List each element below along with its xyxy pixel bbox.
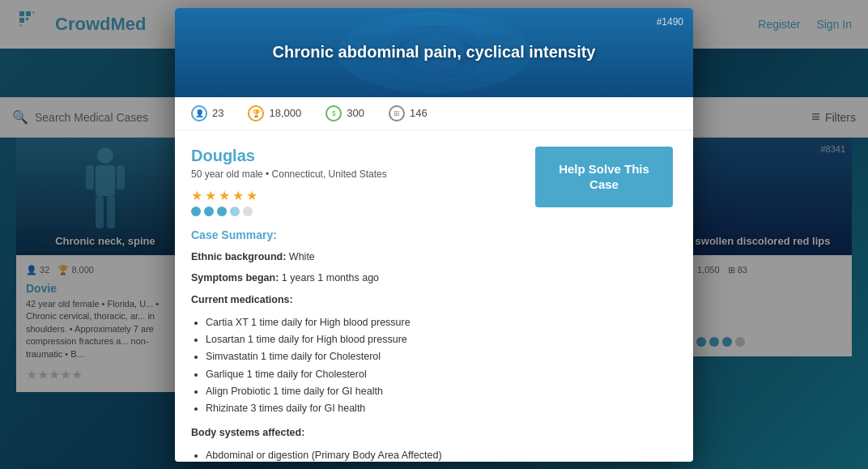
modal: #1490 Chronic abdominal pain, cyclical i…: [175, 8, 693, 462]
stat-grid: ⊞ 146: [389, 105, 428, 122]
list-item: Align Probiotic 1 time daily for GI heal…: [206, 383, 515, 400]
modal-body: Douglas 50 year old male • Connecticut, …: [175, 130, 693, 462]
medications-field: Current medications:: [191, 292, 515, 308]
stat-users-icon: 👤: [191, 105, 207, 122]
list-item: Cartia XT 1 time daily for High blood pr…: [206, 314, 515, 331]
list-item: Abdominal or digestion (Primary Body Are…: [206, 447, 515, 462]
patient-info: 50 year old male • Connecticut, United S…: [191, 168, 515, 180]
body-systems-list: Abdominal or digestion (Primary Body Are…: [191, 447, 515, 462]
modal-overlay[interactable]: #1490 Chronic abdominal pain, cyclical i…: [0, 0, 868, 469]
stats-bar: 👤 23 🏆 18,000 $ 300 ⊞ 146: [175, 97, 693, 130]
help-solve-button[interactable]: Help Solve This Case: [535, 147, 673, 207]
medications-list: Cartia XT 1 time daily for High blood pr…: [191, 314, 515, 418]
stat-dollar-icon: $: [326, 105, 342, 122]
case-summary-title: Case Summary:: [191, 228, 515, 241]
stat-grid-icon: ⊞: [389, 105, 405, 122]
patient-progress-dots: [191, 207, 515, 216]
modal-left-content: Douglas 50 year old male • Connecticut, …: [191, 147, 515, 462]
body-systems-field: Body systems affected:: [191, 425, 515, 441]
stat-dollar: $ 300: [326, 105, 364, 122]
list-item: Garlique 1 time daily for Cholesterol: [206, 366, 515, 383]
modal-hero-title: Chronic abdominal pain, cyclical intensi…: [273, 43, 596, 62]
modal-badge: #1490: [657, 16, 683, 28]
symptoms-began-field: Symptoms began: 1 years 1 months ago: [191, 271, 515, 286]
stat-users: 👤 23: [191, 105, 223, 122]
modal-hero: #1490 Chronic abdominal pain, cyclical i…: [175, 8, 693, 97]
patient-name: Douglas: [191, 147, 515, 165]
patient-stars: ★ ★ ★ ★ ★: [191, 188, 515, 203]
stat-trophy: 🏆 18,000: [248, 105, 301, 122]
ethnic-background-field: Ethnic background: White: [191, 249, 515, 265]
stat-trophy-icon: 🏆: [248, 105, 264, 122]
modal-right-content: Help Solve This Case: [531, 147, 677, 462]
list-item: Losartan 1 time daily for High blood pre…: [206, 331, 515, 348]
list-item: Rhizinate 3 times daily for GI health: [206, 400, 515, 417]
list-item: Simvastatin 1 time daily for Cholesterol: [206, 348, 515, 365]
